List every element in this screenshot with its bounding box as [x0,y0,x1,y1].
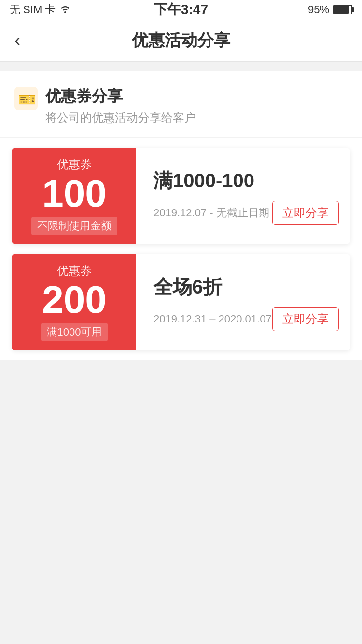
carrier-text: 无 SIM 卡 [10,2,56,17]
battery-text: 95% [308,3,329,16]
coupon-right-1: 满1000-100 2019.12.07 - 无截止日期 立即分享 [137,148,350,244]
share-button-2[interactable]: 立即分享 [272,307,339,331]
coupon-footer-1: 2019.12.07 - 无截止日期 立即分享 [153,201,339,225]
svg-text:🎫: 🎫 [18,91,37,108]
section-header: 🎫 优惠券分享 将公司的优惠活动分享给客户 [0,71,362,137]
coupon-condition-1: 不限制使用金额 [31,217,117,235]
coupon-left-2: 优惠券 200 满1000可用 [12,254,137,350]
coupon-amount-1: 100 [42,174,106,213]
background-area [0,360,362,644]
status-right: 95% [308,3,352,16]
section-subtitle: 将公司的优惠活动分享给客户 [45,110,196,126]
back-button[interactable]: ‹ [14,30,20,51]
coupon-label-1: 优惠券 [57,157,92,172]
section-title: 优惠券分享 [45,86,196,107]
status-time: 下午3:47 [154,0,208,19]
coupon-date-1: 2019.12.07 - 无截止日期 [153,206,269,220]
coupon-list: 优惠券 100 不限制使用金额 满1000-100 2019.12.07 - 无… [0,138,362,360]
coupon-right-2: 全场6折 2019.12.31 – 2020.01.07 立即分享 [137,254,350,350]
coupon-card-1: 优惠券 100 不限制使用金额 满1000-100 2019.12.07 - 无… [12,148,350,244]
coupon-date-2: 2019.12.31 – 2020.01.07 [153,313,272,325]
coupon-name-2: 全场6折 [153,274,339,300]
coupon-label-2: 优惠券 [57,263,92,279]
coupon-amount-2: 200 [42,280,106,319]
nav-title: 优惠活动分享 [132,29,230,52]
coupon-condition-2: 满1000可用 [41,323,108,341]
status-left: 无 SIM 卡 [10,2,71,17]
coupon-footer-2: 2019.12.31 – 2020.01.07 立即分享 [153,307,339,331]
share-button-1[interactable]: 立即分享 [272,201,339,225]
coupon-left-1: 优惠券 100 不限制使用金额 [12,148,137,244]
coupon-card-2: 优惠券 200 满1000可用 全场6折 2019.12.31 – 2020.0… [12,254,350,350]
coupon-share-icon: 🎫 [14,87,38,110]
battery-icon [333,5,352,14]
coupon-name-1: 满1000-100 [153,168,339,194]
status-bar: 无 SIM 卡 下午3:47 95% [0,0,362,19]
wifi-icon [59,3,71,16]
nav-bar: ‹ 优惠活动分享 [0,19,362,62]
section-text: 优惠券分享 将公司的优惠活动分享给客户 [45,86,196,126]
